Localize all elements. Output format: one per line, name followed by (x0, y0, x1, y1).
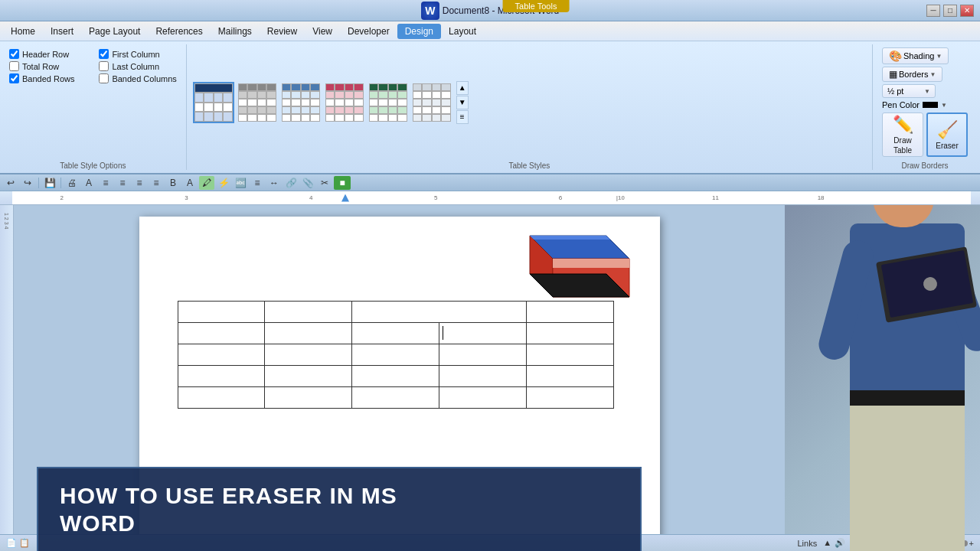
table-cell[interactable] (526, 323, 613, 344)
total-row-label: Total Row (22, 62, 59, 71)
draw-table-button[interactable]: ✏️ Draw Table (882, 112, 923, 157)
total-row-checkbox[interactable] (9, 61, 19, 71)
format-btn-7[interactable]: A (182, 176, 198, 190)
ruler-cursor (341, 194, 349, 202)
table-cell[interactable] (352, 302, 439, 323)
format-btn-3[interactable]: ≡ (115, 176, 130, 190)
menu-view[interactable]: View (305, 24, 340, 39)
table-cell[interactable] (178, 387, 265, 409)
table-cell[interactable] (178, 323, 265, 344)
table-cell[interactable] (439, 344, 526, 366)
table-cell[interactable] (352, 366, 439, 387)
draw-table-label2: Table (893, 146, 912, 155)
format-btn-13[interactable]: 📎 (300, 176, 315, 190)
format-btn-6[interactable]: B (165, 176, 181, 190)
last-column-checkbox[interactable] (99, 61, 109, 71)
table-style-3[interactable] (280, 82, 322, 123)
table-cell[interactable] (265, 302, 352, 323)
menu-review[interactable]: Review (260, 24, 305, 39)
print-button[interactable]: 🖨 (64, 176, 80, 190)
table-cell[interactable] (265, 344, 352, 366)
document-area[interactable]: HOW TO USE ERASER IN MS WORD IN ENGLISH (14, 205, 785, 551)
green-btn[interactable]: ■ (334, 176, 351, 190)
person-belt (850, 390, 965, 406)
format-btn-4[interactable]: ≡ (132, 176, 147, 190)
format-btn-9[interactable]: 🔤 (233, 176, 248, 190)
horizontal-ruler: 2 3 4 5 6 |10 11 18 (0, 191, 980, 205)
table-cell[interactable] (352, 323, 439, 344)
table-cell[interactable] (352, 387, 439, 409)
table-cell[interactable] (178, 366, 265, 387)
ruler-mark-6: 6 (559, 194, 562, 201)
menu-bar: Home Insert Page Layout References Maili… (0, 21, 980, 41)
total-row-check[interactable]: Total Row (9, 61, 87, 71)
first-column-checkbox[interactable] (99, 49, 109, 59)
table-cell[interactable] (178, 344, 265, 366)
banded-columns-checkbox[interactable] (99, 73, 109, 83)
table-cell[interactable] (178, 302, 265, 323)
undo-button[interactable]: ↩ (3, 176, 18, 190)
menu-references[interactable]: References (148, 24, 210, 39)
pen-color-arrow[interactable]: ▼ (941, 102, 947, 109)
shading-button[interactable]: 🎨 Shading ▼ (882, 47, 949, 64)
table-cell[interactable] (439, 387, 526, 409)
maximize-button[interactable]: □ (943, 5, 957, 17)
table-cell[interactable] (526, 366, 613, 387)
format-btn-12[interactable]: 🔗 (283, 176, 299, 190)
table-styles-group: ▲ ▼ ≡ Table Styles (193, 44, 873, 170)
format-btn-2[interactable]: ≡ (98, 176, 113, 190)
toolbar-separator (38, 178, 39, 188)
line-weight-arrow: ▼ (924, 88, 930, 95)
line-weight-dropdown[interactable]: ½ pt ▼ (882, 84, 936, 98)
format-btn-10[interactable]: ≡ (250, 176, 265, 190)
table-cell[interactable] (265, 387, 352, 409)
table-cell[interactable] (439, 366, 526, 387)
table-cell-active[interactable] (439, 323, 526, 344)
header-row-checkbox[interactable] (9, 49, 19, 59)
gallery-expand[interactable]: ≡ (456, 110, 469, 124)
zoom-in-icon[interactable]: + (969, 539, 974, 548)
table-style-2[interactable] (237, 82, 278, 123)
ribbon-content: Header Row First Column Total Row Last C… (0, 41, 980, 173)
borders-button[interactable]: ▦ Borders ▼ (882, 67, 942, 82)
format-btn-1[interactable]: A (81, 176, 96, 190)
table-style-4[interactable] (324, 82, 365, 123)
menu-home[interactable]: Home (3, 24, 43, 39)
close-button[interactable]: ✕ (960, 5, 974, 17)
table-cell[interactable] (265, 323, 352, 344)
menu-design[interactable]: Design (397, 24, 441, 39)
banded-columns-check[interactable]: Banded Columns (99, 73, 176, 83)
format-btn-11[interactable]: ↔ (266, 176, 282, 190)
highlight-btn[interactable]: 🖍 (199, 176, 214, 190)
table-cell[interactable] (265, 366, 352, 387)
gallery-scroll-up[interactable]: ▲ (456, 81, 469, 95)
format-btn-14[interactable]: ✂ (317, 176, 332, 190)
banded-rows-checkbox[interactable] (9, 73, 19, 83)
minimize-button[interactable]: ─ (926, 5, 940, 17)
format-btn-8[interactable]: ⚡ (216, 176, 231, 190)
table-cell[interactable] (352, 344, 439, 366)
up-arrow-icon: ▲ (823, 538, 831, 548)
draw-borders-content: 🎨 Shading ▼ ▦ Borders ▼ ½ pt (879, 44, 971, 112)
menu-page-layout[interactable]: Page Layout (81, 24, 148, 39)
first-column-check[interactable]: First Column (99, 49, 176, 59)
format-btn-5[interactable]: ≡ (149, 176, 164, 190)
table-cell[interactable] (526, 344, 613, 366)
shading-label: Shading (903, 51, 934, 60)
person-figure (796, 205, 980, 551)
menu-developer[interactable]: Developer (340, 24, 397, 39)
eraser-button[interactable]: 🧹 Eraser (926, 112, 968, 157)
gallery-scroll-down[interactable]: ▼ (456, 96, 469, 109)
menu-mailings[interactable]: Mailings (211, 24, 260, 39)
banded-rows-check[interactable]: Banded Rows (9, 73, 87, 83)
header-row-check[interactable]: Header Row (9, 49, 87, 59)
table-style-5[interactable] (368, 82, 409, 123)
table-style-6[interactable] (411, 82, 452, 123)
redo-button[interactable]: ↪ (20, 176, 35, 190)
table-cell[interactable] (526, 387, 613, 409)
save-button[interactable]: 💾 (42, 176, 57, 190)
last-column-check[interactable]: Last Column (99, 61, 176, 71)
menu-insert[interactable]: Insert (43, 24, 81, 39)
table-style-1[interactable] (193, 82, 234, 123)
menu-layout[interactable]: Layout (441, 24, 484, 39)
